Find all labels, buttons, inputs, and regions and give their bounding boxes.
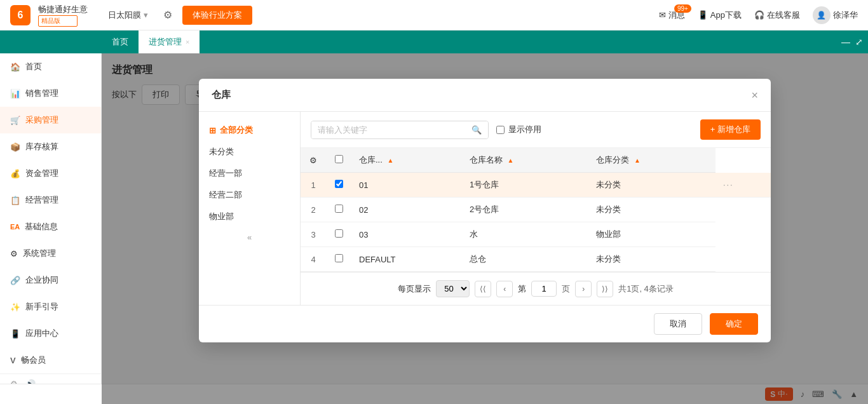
modal-toolbar: 🔍 显示停用 + 新增仓库 — [301, 112, 771, 148]
row-code: 02 — [351, 198, 462, 222]
last-page-button[interactable]: ⟩⟩ — [597, 281, 613, 297]
sidebar-item-finance[interactable]: 💰 资金管理 — [0, 160, 101, 187]
app-logo: 6 — [10, 5, 31, 25]
row-category: 未分类 — [588, 247, 715, 272]
home-icon: 🏠 — [10, 62, 20, 72]
sidebar-item-sales[interactable]: 📊 销售管理 — [0, 80, 101, 107]
finance-icon: 💰 — [10, 169, 20, 178]
tab-close-icon[interactable]: × — [186, 38, 189, 46]
row-name: 2号仓库 — [462, 198, 588, 222]
cancel-button[interactable]: 取消 — [654, 313, 702, 335]
table-header-category[interactable]: 仓库分类 ▲ — [588, 148, 715, 173]
settings-icon[interactable]: ⚙ — [163, 9, 172, 21]
first-page-button[interactable]: ⟨⟨ — [475, 281, 491, 297]
row-more-dots[interactable]: 4 — [301, 247, 326, 272]
sidebar-item-enterprise[interactable]: 🔗 企业协同 — [0, 267, 101, 293]
table-header-gear[interactable]: ⚙ — [301, 148, 326, 173]
sidebar-item-home[interactable]: 🏠 首页 — [0, 53, 101, 80]
page-number-input[interactable] — [531, 281, 557, 297]
modal-sidebar-all-category[interactable]: ⊞ 全部分类 — [199, 119, 300, 141]
modal-close-button[interactable]: × — [751, 90, 758, 101]
operations-icon: 📋 — [10, 196, 20, 205]
row-checkbox[interactable] — [335, 254, 343, 262]
modal-sidebar-collapse-button[interactable]: « — [199, 227, 300, 247]
row-checkbox-cell[interactable] — [326, 198, 351, 222]
system-icon: ⚙ — [10, 249, 18, 259]
app-download-button[interactable]: 📱 App下载 — [698, 10, 742, 21]
maximize-icon[interactable]: ⤢ — [855, 37, 863, 47]
prev-page-button[interactable]: ‹ — [496, 281, 513, 297]
content-area: 进货管理 按以下 打印 导出 刷新 查询 设置 仓库 × — [102, 53, 868, 404]
row-code: 03 — [351, 222, 462, 247]
table-row[interactable]: 4 DEFAULT 总仓 未分类 — [301, 247, 771, 272]
warehouse-table: ⚙ 仓库... ▲ — [301, 148, 771, 272]
table-header-checkbox[interactable] — [326, 148, 351, 173]
brand-subtitle: 精品版 — [38, 15, 78, 27]
row-checkbox[interactable] — [335, 205, 343, 213]
table-header-code[interactable]: 仓库... ▲ — [351, 148, 462, 173]
modal-sidebar-property[interactable]: 物业部 — [199, 206, 300, 227]
modal-sidebar-uncategorized[interactable]: 未分类 — [199, 141, 300, 163]
per-page-select[interactable]: 50 — [436, 280, 470, 297]
show-disabled-checkbox[interactable] — [496, 126, 505, 134]
sidebar-item-basic-info[interactable]: EA 基础信息 — [0, 213, 101, 240]
row-actions[interactable]: ··· — [715, 173, 771, 198]
brand-name: 畅捷通好生意 — [38, 4, 88, 15]
name-sort-icon: ▲ — [508, 157, 514, 164]
more-dots-icon[interactable]: ··· — [723, 180, 734, 189]
tab-purchase[interactable]: 进货管理 × — [139, 30, 200, 53]
page-label: 页 — [562, 283, 570, 295]
table-row[interactable]: 2 02 2号仓库 未分类 — [301, 198, 771, 222]
nav-tabs: 首页 进货管理 × — ⤢ — [0, 30, 868, 53]
user-menu[interactable]: 👤 徐泽华 — [813, 6, 858, 24]
search-icon[interactable]: 🔍 — [465, 121, 488, 138]
modal-header: 仓库 × — [199, 79, 771, 112]
search-input[interactable] — [311, 121, 465, 138]
row-more-dots[interactable]: 1 — [301, 173, 326, 198]
main-layout: 🏠 首页 📊 销售管理 🛒 采购管理 📦 库存核算 💰 资金管理 📋 经营管理 … — [0, 53, 868, 404]
next-page-button[interactable]: › — [575, 281, 592, 297]
total-info: 共1页, 4条记录 — [618, 283, 674, 295]
minimize-icon[interactable]: — — [841, 37, 850, 47]
messages-button[interactable]: ✉ 消息 99+ — [659, 10, 685, 21]
row-index-num: 3 — [311, 230, 315, 239]
row-checkbox-cell[interactable] — [326, 247, 351, 272]
sidebar-item-apps[interactable]: 📱 应用中心 — [0, 320, 101, 347]
navtab-icons: — ⤢ — [841, 37, 868, 47]
row-name: 总仓 — [462, 247, 588, 272]
service-button[interactable]: 🎧 在线客服 — [754, 10, 800, 21]
row-checkbox[interactable] — [335, 229, 343, 238]
sidebar-item-purchase[interactable]: 🛒 采购管理 — [0, 107, 101, 133]
apps-icon: 📱 — [10, 329, 20, 339]
modal-sidebar-ops2[interactable]: 经营二部 — [199, 184, 300, 206]
show-disabled-checkbox-label[interactable]: 显示停用 — [496, 124, 541, 135]
table-header-name[interactable]: 仓库名称 ▲ — [462, 148, 588, 173]
row-more-dots[interactable]: 3 — [301, 222, 326, 247]
topbar: 6 畅捷通好生意 精品版 日太阳膜 ▾ ⚙ 体验行业方案 ✉ 消息 99+ 📱 … — [0, 0, 868, 30]
row-checkbox-cell[interactable] — [326, 222, 351, 247]
add-warehouse-button[interactable]: + 新增仓库 — [700, 119, 761, 140]
row-name: 水 — [462, 222, 588, 247]
row-checkbox[interactable] — [335, 180, 343, 188]
headset-icon: 🎧 — [754, 10, 764, 20]
table-row[interactable]: 3 03 水 物业部 — [301, 222, 771, 247]
row-name: 1号仓库 — [462, 173, 588, 198]
trial-button[interactable]: 体验行业方案 — [182, 6, 252, 25]
sidebar-item-guide[interactable]: ✨ 新手引导 — [0, 293, 101, 320]
modal-footer: 取消 确定 — [199, 305, 771, 342]
row-checkbox-cell[interactable] — [326, 173, 351, 198]
store-selector[interactable]: 日太阳膜 ▾ — [108, 10, 148, 21]
confirm-button[interactable]: 确定 — [710, 313, 758, 335]
sidebar-item-member[interactable]: V 畅会员 — [0, 347, 101, 374]
sidebar-item-inventory[interactable]: 📦 库存核算 — [0, 133, 101, 160]
sidebar-item-system[interactable]: ⚙ 系统管理 — [0, 240, 101, 267]
row-more-dots[interactable]: 2 — [301, 198, 326, 222]
avatar: 👤 — [813, 6, 831, 24]
tab-home[interactable]: 首页 — [102, 30, 139, 53]
message-badge: 99+ — [674, 4, 691, 13]
row-category: 未分类 — [588, 198, 715, 222]
table-row[interactable]: 1 01 1号仓库 未分类 ··· — [301, 173, 771, 198]
sidebar-item-operations[interactable]: 📋 经营管理 — [0, 187, 101, 213]
select-all-checkbox[interactable] — [335, 155, 343, 163]
modal-sidebar-ops1[interactable]: 经营一部 — [199, 163, 300, 184]
